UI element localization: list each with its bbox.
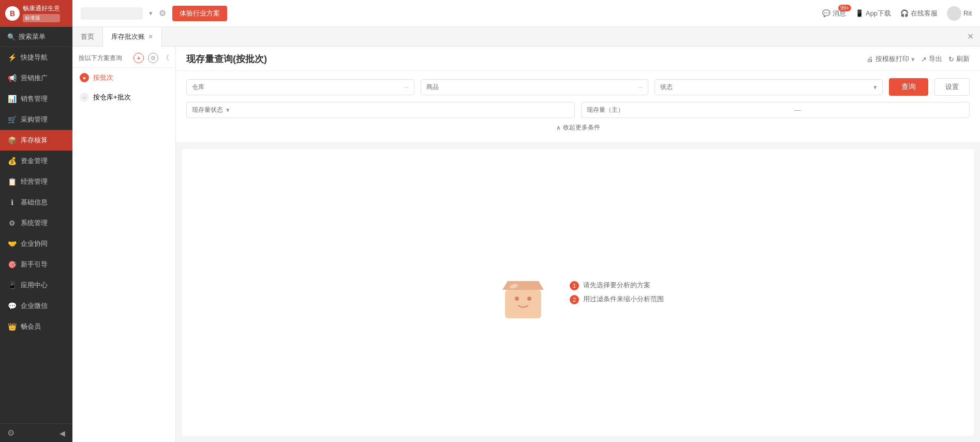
print-label: 按模板打印: [875, 54, 909, 64]
sidebar-item-label: 营销推广: [21, 73, 48, 83]
sidebar-item-basic-info[interactable]: ℹ 基础信息: [0, 192, 72, 213]
member-icon: 👑: [7, 322, 17, 331]
filter-warehouse-batch-label: 按仓库+批次: [93, 93, 131, 102]
status-label: 状态: [660, 83, 673, 92]
newbie-icon: 🎯: [7, 260, 17, 269]
topbar-search-input[interactable]: [81, 7, 143, 20]
export-button[interactable]: ↗ 导出: [921, 54, 942, 64]
sidebar-item-purchase[interactable]: 🛒 采购管理: [0, 109, 72, 130]
stock-status-dropdown-icon[interactable]: ▾: [226, 106, 230, 114]
sidebar-item-label: 快捷导航: [21, 53, 48, 62]
sidebar-item-label: 采购管理: [21, 115, 48, 124]
empty-hint-2: 2 用过滤条件来缩小分析范围: [570, 294, 664, 304]
filter-item-by-warehouse-batch[interactable]: ○ 按仓库+批次: [72, 87, 175, 107]
tabbar: 首页 库存批次账 ✕ ✕: [72, 27, 980, 47]
empty-illustration: [492, 261, 554, 323]
svg-point-3: [527, 297, 531, 301]
printer-icon: 🖨: [867, 55, 873, 63]
refresh-button[interactable]: ↻ 刷新: [948, 54, 970, 64]
topbar-dropdown-icon[interactable]: ▾: [149, 9, 153, 17]
sidebar-item-label: 基础信息: [21, 198, 48, 207]
warehouse-field[interactable]: 仓库 ···: [186, 79, 414, 95]
online-service-button[interactable]: 🎧 在线客服: [900, 9, 938, 18]
sidebar-item-label: 销售管理: [21, 94, 48, 104]
experience-button[interactable]: 体验行业方案: [172, 6, 227, 21]
operations-icon: 📋: [7, 177, 17, 186]
query-button[interactable]: 查询: [889, 78, 928, 96]
online-service-label: 在线客服: [911, 9, 938, 18]
sidebar-item-finance[interactable]: 💰 资金管理: [0, 151, 72, 171]
sales-icon: 📊: [7, 94, 17, 104]
sidebar-item-member[interactable]: 👑 畅会员: [0, 316, 72, 337]
tab-inventory-batch-label: 库存批次账: [111, 32, 145, 41]
messages-button[interactable]: 💬 消息 99+: [822, 9, 846, 18]
product-field[interactable]: 商品 ···: [421, 79, 649, 95]
stock-status-label: 现存量状态: [192, 106, 223, 114]
hint-number-2: 2: [570, 295, 579, 304]
tab-panel-close-icon[interactable]: ✕: [961, 32, 980, 41]
collapse-more-button[interactable]: ∧ 收起更多条件: [186, 120, 970, 135]
status-field[interactable]: 状态 ▾: [655, 79, 883, 95]
sidebar-collapse-icon[interactable]: ◀: [60, 429, 65, 437]
company-name: 畅康通好生意: [23, 5, 60, 13]
filter-add-button[interactable]: +: [133, 53, 144, 63]
svg-point-2: [515, 297, 519, 301]
app-download-button[interactable]: 📱 App下载: [855, 9, 891, 18]
print-dropdown-icon[interactable]: ▾: [911, 55, 915, 63]
filter-panel-actions: + ⚙ 《: [133, 53, 169, 63]
messages-icon: 💬: [822, 9, 830, 17]
app-center-icon: 📱: [7, 281, 17, 290]
tab-close-icon[interactable]: ✕: [148, 33, 153, 40]
status-dropdown-icon[interactable]: ▾: [873, 83, 877, 91]
user-label: Rit: [963, 9, 972, 17]
sidebar-item-system[interactable]: ⚙ 系统管理: [0, 213, 72, 233]
user-avatar-button[interactable]: Rit: [947, 6, 972, 21]
content-area: 按以下方案查询 + ⚙ 《 ● 按批次 ○ 按仓库+批次 现存量查询(按批次): [72, 47, 980, 442]
sidebar-item-quick-nav[interactable]: ⚡ 快捷导航: [0, 47, 72, 68]
topbar-actions: 💬 消息 99+ 📱 App下载 🎧 在线客服 Rit: [822, 6, 972, 21]
filter-warehouse-batch-icon: ○: [80, 93, 89, 102]
sidebar-item-inventory[interactable]: 📦 库存核算: [0, 130, 72, 151]
filter-batch-label: 按批次: [93, 73, 113, 82]
svg-rect-0: [505, 290, 541, 318]
sidebar-item-wechat[interactable]: 💬 企业微信: [0, 296, 72, 316]
enterprise-icon: 🤝: [7, 239, 17, 248]
collapse-label: 收起更多条件: [563, 123, 600, 132]
warehouse-more-icon[interactable]: ···: [404, 84, 409, 90]
empty-hint-1: 1 请先选择要分析的方案: [570, 281, 664, 290]
page-header-actions: 🖨 按模板打印 ▾ ↗ 导出 ↻ 刷新: [867, 54, 970, 64]
filter-setting-button[interactable]: ⚙: [148, 53, 158, 63]
sidebar-item-newbie[interactable]: 🎯 新手引导: [0, 254, 72, 275]
empty-state: 1 请先选择要分析的方案 2 用过滤条件来缩小分析范围: [182, 149, 974, 436]
sidebar-item-operations[interactable]: 📋 经营管理: [0, 171, 72, 192]
settings-button[interactable]: 设置: [934, 78, 970, 96]
query-row-1: 仓库 ··· 商品 ··· 状态 ▾ 查询 设置: [186, 78, 970, 96]
sidebar-item-sales[interactable]: 📊 销售管理: [0, 89, 72, 109]
stock-status-field[interactable]: 现存量状态 ▾: [186, 102, 575, 118]
marketing-icon: 📢: [7, 73, 17, 83]
empty-text: 1 请先选择要分析的方案 2 用过滤条件来缩小分析范围: [570, 281, 664, 304]
hint-text-1: 请先选择要分析的方案: [583, 281, 650, 290]
stock-qty-min-input[interactable]: [631, 107, 786, 114]
topbar-gear-icon[interactable]: ⚙: [159, 8, 166, 18]
status-input[interactable]: [676, 83, 873, 91]
product-more-icon[interactable]: ···: [638, 84, 643, 90]
stock-qty-field[interactable]: 现存量（主） —: [581, 102, 970, 118]
version-badge: 标准版: [23, 14, 60, 22]
sidebar-item-app-center[interactable]: 📱 应用中心: [0, 275, 72, 296]
filter-item-by-batch[interactable]: ● 按批次: [72, 68, 175, 87]
sidebar-item-label: 新手引导: [21, 260, 48, 269]
stock-qty-max-input[interactable]: [809, 107, 964, 114]
search-menu-button[interactable]: 🔍 搜索菜单: [0, 27, 72, 47]
main-content: 现存量查询(按批次) 🖨 按模板打印 ▾ ↗ 导出 ↻ 刷新: [176, 47, 980, 442]
query-row-2: 现存量状态 ▾ 现存量（主） —: [186, 102, 970, 118]
product-input[interactable]: [442, 83, 636, 91]
sidebar-item-marketing[interactable]: 📢 营销推广: [0, 68, 72, 89]
sidebar-settings-icon[interactable]: ⚙: [7, 428, 14, 438]
print-button[interactable]: 🖨 按模板打印 ▾: [867, 54, 915, 64]
sidebar-item-enterprise[interactable]: 🤝 企业协同: [0, 233, 72, 254]
filter-collapse-button[interactable]: 《: [162, 53, 169, 63]
tab-inventory-batch[interactable]: 库存批次账 ✕: [103, 27, 162, 47]
warehouse-input[interactable]: [207, 83, 402, 91]
tab-home[interactable]: 首页: [72, 27, 103, 47]
